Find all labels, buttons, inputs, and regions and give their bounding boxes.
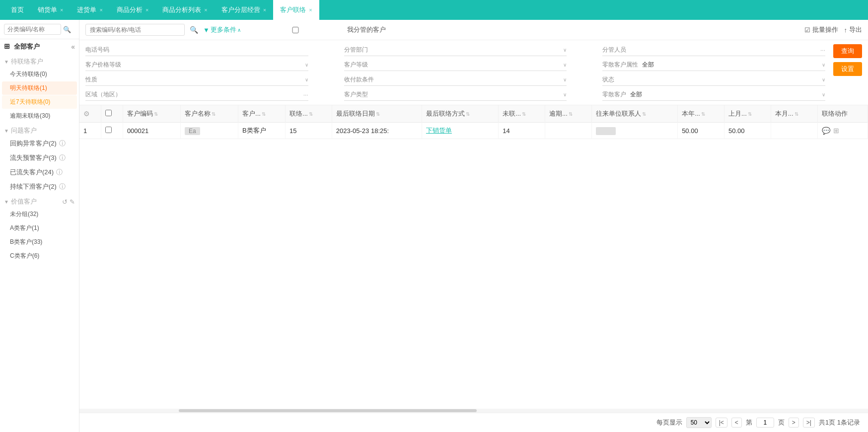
row-name[interactable]: Ea [180, 123, 238, 139]
gear-icon[interactable]: ⚙ [83, 110, 90, 118]
sidebar-search-input[interactable] [4, 24, 61, 35]
sort-method-icon: ⇅ [466, 111, 470, 117]
prev-page-btn[interactable]: < [731, 418, 742, 428]
close-segment-icon[interactable]: × [263, 7, 266, 13]
col-check[interactable] [101, 105, 123, 123]
col-last-month[interactable]: 上月...⇅ [724, 105, 771, 123]
row-last-method[interactable]: 下销货单 [422, 123, 498, 139]
page-size-label: 每页显示 [656, 418, 682, 427]
triangle-icon2: ▼ [4, 128, 9, 134]
col-overdue[interactable]: 逾期...⇅ [545, 105, 591, 123]
query-button[interactable]: 查询 [833, 44, 862, 58]
price-arrow-icon[interactable]: ∨ [305, 62, 308, 68]
filter-scatter-value[interactable]: 全部 [642, 61, 820, 69]
nav-product-analysis[interactable]: 商品分析 × [110, 0, 155, 20]
region-dots-icon[interactable]: ··· [303, 91, 308, 98]
my-customers-toggle[interactable]: 我分管的客户 [246, 25, 386, 34]
batch-op-btn[interactable]: ☑ 批量操作 [804, 25, 838, 34]
scatter-arrow-icon[interactable]: ∨ [822, 62, 825, 68]
filter-manager: 分管人员 ··· [602, 44, 825, 56]
next-page-btn[interactable]: > [789, 418, 799, 428]
sidebar-item-tomorrow[interactable]: 明天待联络(1) [2, 81, 77, 95]
sidebar-item-b-class[interactable]: B类客户(33) [2, 235, 77, 249]
filter-status-label: 状态 [602, 75, 614, 84]
filter-scatter-cust-value[interactable]: 全部 [630, 90, 820, 99]
collapse-icon[interactable]: « [71, 43, 75, 51]
select-all-checkbox[interactable] [105, 110, 112, 116]
col-name[interactable]: 客户名称⇅ [180, 105, 238, 123]
row-last-date: 2023-05-23 18:25: [332, 123, 422, 139]
close-purchase-icon[interactable]: × [99, 7, 102, 13]
nav-home[interactable]: 首页 [4, 0, 31, 20]
qr-icon[interactable]: ⊞ [833, 127, 839, 135]
row-checkbox[interactable] [101, 123, 123, 139]
filter-btn[interactable]: ▼ 更多条件 ∧ [203, 25, 241, 34]
refresh-icon[interactable]: ↺ [62, 198, 68, 206]
sidebar-search-icon[interactable]: 🔍 [63, 26, 71, 33]
nav-customer-contact[interactable]: 客户联络 × [273, 0, 319, 20]
sidebar-all-customers[interactable]: ⊞ 全部客户 « [0, 39, 79, 54]
filter-panel: 电话号码 分管部门 ∨ 分管人员 ··· [79, 40, 868, 105]
manager-dots-icon[interactable]: ··· [820, 47, 825, 54]
status-arrow-icon[interactable]: ∨ [822, 77, 825, 82]
filter-dept-label: 分管部门 [344, 46, 368, 54]
payment-arrow-icon[interactable]: ∨ [563, 77, 567, 82]
col-contact[interactable]: 联络...⇅ [286, 105, 332, 123]
sidebar-search-area: 🔍 [0, 20, 79, 39]
sidebar-item-7days[interactable]: 近7天待联络(0) [2, 95, 77, 109]
col-gear[interactable]: ⚙ [79, 105, 101, 123]
sidebar-item-churned[interactable]: 已流失客户(24) ⓘ [2, 165, 77, 179]
clevel-arrow-icon[interactable]: ∨ [563, 62, 567, 68]
main-search-icon[interactable]: 🔍 [190, 26, 198, 34]
info-icon-2: ⓘ [56, 168, 63, 176]
scatter-cust-arrow-icon[interactable]: ∨ [822, 92, 825, 97]
sidebar-item-overdue[interactable]: 逾期未联络(30) [2, 109, 77, 123]
row-check[interactable] [105, 127, 112, 133]
dept-arrow-icon[interactable]: ∨ [563, 47, 567, 53]
export-btn[interactable]: ↑ 导出 [844, 25, 863, 34]
close-sales-icon[interactable]: × [60, 7, 63, 13]
close-contact-icon[interactable]: × [309, 7, 312, 13]
row-code: 000021 [123, 123, 180, 139]
row-this-month [771, 123, 817, 139]
page-label: 第 [746, 418, 752, 427]
last-page-btn[interactable]: >| [803, 418, 815, 428]
chat-icon[interactable]: 💬 [822, 127, 830, 135]
filter-scatter-attr: 零散客户属性 全部 ∨ [602, 59, 825, 71]
close-product-list-icon[interactable]: × [204, 7, 207, 13]
col-type[interactable]: 客户...⇅ [238, 105, 286, 123]
page-number-input[interactable] [756, 418, 774, 428]
sidebar-item-repurchase[interactable]: 回购异常客户(2) ⓘ [2, 137, 77, 150]
col-uncontact[interactable]: 未联...⇅ [499, 105, 545, 123]
edit-icon[interactable]: ✎ [70, 198, 75, 206]
last-method-link[interactable]: 下销货单 [426, 127, 452, 134]
sidebar-item-c-class[interactable]: C类客户(6) [2, 249, 77, 263]
scrollbar-thumb[interactable] [179, 409, 477, 412]
nature-arrow-icon[interactable]: ∨ [305, 77, 308, 82]
set-button[interactable]: 设置 [833, 62, 862, 76]
my-customers-checkbox[interactable] [246, 27, 345, 33]
nav-product-analysis-list[interactable]: 商品分析列表 × [155, 0, 214, 20]
close-product-analysis-icon[interactable]: × [145, 7, 148, 13]
main-search-input[interactable] [85, 24, 185, 36]
nav-customer-segment[interactable]: 客户分层经营 × [215, 0, 273, 20]
col-code[interactable]: 客户编码⇅ [123, 105, 180, 123]
row-index: 1 [79, 123, 101, 139]
ctype-arrow-icon[interactable]: ∨ [563, 92, 567, 97]
sidebar-item-today[interactable]: 今天待联络(0) [2, 68, 77, 81]
sidebar-item-churn-warning[interactable]: 流失预警客户(3) ⓘ [2, 151, 77, 165]
col-company-contact[interactable]: 往来单位联系人⇅ [591, 105, 677, 123]
col-action: 联络动作 [817, 105, 868, 123]
col-last-method[interactable]: 最后联络方式⇅ [422, 105, 498, 123]
nav-purchase[interactable]: 进货单 × [70, 0, 109, 20]
col-last-date[interactable]: 最后联络日期⇅ [332, 105, 422, 123]
sidebar-item-declining[interactable]: 持续下滑客户(2) ⓘ [2, 180, 77, 194]
col-this-month[interactable]: 本月...⇅ [771, 105, 817, 123]
first-page-btn[interactable]: |< [716, 418, 727, 428]
sidebar-item-ungrouped[interactable]: 未分组(32) [2, 208, 77, 221]
page-size-select[interactable]: 50 100 200 [686, 417, 712, 428]
nav-sales[interactable]: 销货单 × [31, 0, 70, 20]
sidebar-item-a-class[interactable]: A类客户(1) [2, 221, 77, 235]
horizontal-scrollbar[interactable] [79, 409, 868, 413]
col-this-year[interactable]: 本年...⇅ [678, 105, 724, 123]
